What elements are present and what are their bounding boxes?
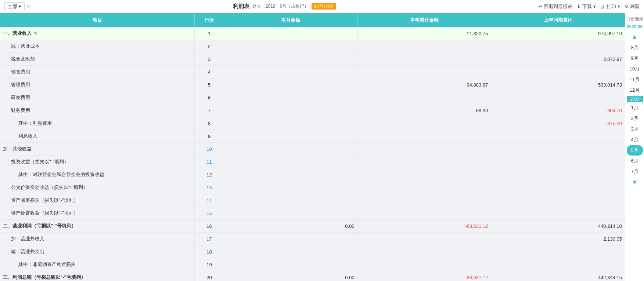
dropdown-chevron-icon: ▾ (19, 4, 21, 9)
month-item[interactable]: 9月 (627, 53, 643, 63)
item-name-text: 减：营业成本 (11, 43, 40, 50)
month-amount-cell (224, 233, 358, 245)
item-name-text: 研发费用 (11, 94, 30, 101)
last-year-amount-cell (491, 181, 625, 194)
header-row: 行次 (195, 13, 224, 27)
item-name-text: 三、利润总额（亏损总额以"-"号填列） (3, 274, 86, 281)
prev-arrow[interactable]: ▲ (630, 32, 640, 42)
edit-icon[interactable]: ✎ (34, 31, 37, 36)
month-amount-cell: 0.00 (224, 220, 358, 232)
month-list: 8月9月10月11月12月20231月2月3月4月5月6月7月 (627, 42, 643, 177)
next-arrow[interactable]: ▼ (630, 177, 640, 188)
row-num-cell[interactable]: 13 (195, 181, 224, 194)
last-year-amount-cell: 440,214.10 (491, 220, 625, 232)
year-amount-cell (358, 156, 492, 168)
month-amount-cell (224, 181, 358, 194)
year-amount-cell (358, 117, 492, 129)
header-last-year: 上年同期累计 (491, 13, 625, 27)
month-item[interactable]: 8月 (627, 43, 643, 53)
item-name-cell: 利息收入 (0, 130, 195, 142)
item-name-cell: 销售费用 (0, 66, 195, 78)
row-num-cell: 1 (195, 27, 224, 40)
table-row: 资产减值损失（损失以"-"填列） 14 (0, 194, 625, 207)
row-num-cell[interactable]: 11 (195, 156, 224, 168)
item-name-cell: 减：营业成本 (0, 40, 195, 52)
month-item[interactable]: 11月 (627, 74, 643, 85)
dropdown-label: 全部 (8, 3, 17, 10)
row-num-cell: 5 (195, 79, 224, 91)
refresh-button[interactable]: ↻ 刷新 (625, 3, 640, 10)
row-num-cell: 7 (195, 104, 224, 117)
month-item[interactable]: 10月 (627, 64, 643, 74)
item-name-cell: 加：营业外收入 (0, 233, 195, 245)
year-amount-cell (358, 207, 492, 219)
table-row: 公允价值变动收益（损失以"-"填列） 13 (0, 181, 625, 194)
month-amount-cell (224, 104, 358, 117)
table-row: 一、营业收入✎ 1 11,320.75 974,997.10 (0, 27, 625, 40)
month-amount-cell (224, 53, 358, 65)
month-item[interactable]: 12月 (627, 85, 643, 95)
item-name-cell: 其中：对联营企业和合营企业的投资收益 (0, 168, 195, 181)
item-name-text: 其中：利息费用 (18, 120, 52, 127)
row-num-cell[interactable]: 15 (195, 207, 224, 219)
last-year-amount-cell: 442,344.15 (491, 271, 625, 281)
table-row: 二、营业利润（亏损以"-"号填列） 16 0.00 -83,631.12 440… (0, 220, 625, 233)
row-num-cell[interactable]: 14 (195, 194, 224, 207)
row-num-cell[interactable]: 17 (195, 233, 224, 245)
month-item[interactable]: 4月 (627, 135, 643, 145)
last-year-amount-cell (491, 91, 625, 104)
month-item[interactable]: 3月 (627, 124, 643, 134)
last-year-amount-cell (491, 258, 625, 271)
status-badge[interactable]: 未结转损益 (312, 3, 336, 10)
table-row: 销售费用 4 (0, 66, 625, 79)
year-amount-cell (358, 91, 492, 104)
right-sidebar: 月份选择 2023.05 ▲ 8月9月10月11月12月20231月2月3月4月… (625, 13, 644, 281)
last-year-amount-cell (491, 66, 625, 78)
year-amount-cell: -83,631.12 (358, 220, 492, 232)
month-item[interactable]: 5月 (627, 145, 643, 156)
table-row: 其中：非流动资产处置损失 19 (0, 258, 625, 271)
print-button[interactable]: 🖨 打印 ▾ (600, 3, 620, 10)
last-year-amount-cell: 533,014.73 (491, 79, 625, 91)
month-item[interactable]: 2023 (627, 96, 643, 102)
month-amount-cell (224, 91, 358, 104)
month-amount-cell (224, 117, 358, 129)
year-amount-cell: 11,320.75 (358, 27, 492, 40)
month-item[interactable]: 6月 (627, 156, 643, 166)
all-dropdown[interactable]: 全部 ▾ (4, 2, 25, 11)
year-amount-cell (358, 53, 492, 65)
table-row: 减：营业成本 2 (0, 40, 625, 53)
last-year-amount-cell: -875.20 (491, 117, 625, 129)
download-icon: ⬇ (577, 4, 581, 9)
doc-info: 财会〔2019〕6号（未执行） (252, 3, 309, 10)
row-num-cell[interactable]: 10 (195, 143, 224, 155)
table-row: 减：营业外支出 18 (0, 245, 625, 258)
item-name-cell: 三、利润总额（亏损总额以"-"号填列） (0, 271, 195, 281)
download-button[interactable]: ⬇ 下载 ▾ (577, 3, 596, 10)
year-display: 2023.05 (626, 23, 643, 32)
month-item[interactable]: 1月 (627, 103, 643, 113)
item-name-text: 其中：对联营企业和合营企业的投资收益 (18, 171, 104, 178)
month-select-title: 月份选择 (626, 15, 644, 23)
print-icon: 🖨 (600, 4, 605, 9)
back-button[interactable]: ↩ 回退到原报表 (538, 3, 572, 10)
item-name-text: 财务费用 (11, 107, 30, 114)
help-icon[interactable]: ⊘ (27, 4, 31, 9)
page-title: 利润表 (233, 3, 249, 10)
item-name-cell: 加：其他收益 (0, 143, 195, 155)
table-row: 其中：利息费用 8 -875.20 (0, 117, 625, 130)
row-num-cell: 12 (195, 168, 224, 181)
month-item[interactable]: 2月 (627, 113, 643, 124)
month-item[interactable]: 7月 (627, 167, 643, 177)
item-name-cell: 研发费用 (0, 91, 195, 104)
table-row: 利息收入 9 (0, 130, 625, 143)
month-amount-cell (224, 156, 358, 168)
item-name-text: 一、营业收入 (3, 30, 32, 37)
month-amount-cell (224, 194, 358, 207)
row-num-cell: 18 (195, 245, 224, 258)
row-num-cell: 19 (195, 258, 224, 271)
month-amount-cell (224, 130, 358, 142)
item-name-cell: 财务费用 (0, 104, 195, 117)
month-amount-cell: 0.00 (224, 271, 358, 281)
item-name-cell: 其中：非流动资产处置损失 (0, 258, 195, 271)
